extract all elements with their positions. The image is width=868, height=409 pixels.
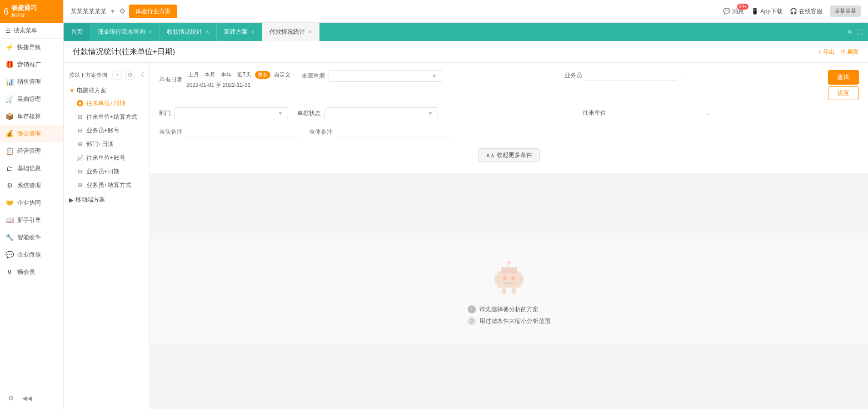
scheme-item-staff-account[interactable]: ⊞ 业务员+账号	[64, 124, 150, 137]
sidebar-item-vip[interactable]: V 畅会员	[0, 263, 63, 281]
scheme-item-unit-account[interactable]: 📈 往来单位+账号	[64, 151, 150, 165]
scheme-staff-account-icon: ⊞	[76, 127, 84, 134]
sidebar-item-purchase[interactable]: 🛒 采购管理	[0, 91, 63, 108]
filter-staff-dots[interactable]: ...	[681, 72, 686, 79]
sidebar-item-guide[interactable]: 📖 新手引导	[0, 212, 63, 229]
sidebar-item-system[interactable]: ⚙ 系统管理	[0, 177, 63, 194]
date-custom-btn[interactable]: 自定义	[272, 70, 292, 80]
finance-icon: 💰	[5, 130, 14, 138]
topbar-gear-btn[interactable]: ⚙	[119, 7, 125, 15]
scheme-setting-btn[interactable]: ⚙	[125, 70, 135, 80]
filter-date-item: 单据日期 上月 本月 本年 近7天 更多 自定义	[159, 70, 292, 89]
desktop-group-header[interactable]: ▼ 电脑端方案	[64, 85, 150, 96]
tab-home[interactable]: 首页	[64, 23, 90, 41]
add-scheme-btn[interactable]: +	[112, 70, 122, 80]
scheme-active-icon	[76, 100, 84, 107]
window-close-btn[interactable]: ✕	[847, 28, 853, 35]
sidebar-item-quick-nav[interactable]: ⚡ 快捷导航	[0, 39, 63, 56]
operation-label: 经营管理	[17, 147, 41, 155]
tab-new-scheme-close[interactable]: ×	[251, 29, 254, 35]
tip-num-2: 2	[468, 317, 476, 325]
scheme-unit-settle-label: 往来单位+结算方式	[86, 113, 137, 121]
tab-receipt-stats[interactable]: 收款情况统计 ×	[160, 23, 217, 41]
sidebar-item-basic-info[interactable]: 🗂 基础信息	[0, 160, 63, 177]
topbar-right: 💬 消息 99+ 📱 App下载 🎧 在线客服 某某某某	[723, 5, 861, 17]
window-maximize-btn[interactable]: ⛶	[856, 28, 863, 35]
date-last-month[interactable]: 上月	[186, 70, 201, 80]
sidebar-item-wechat[interactable]: 💬 企业微信	[0, 246, 63, 263]
date-this-year[interactable]: 本年	[219, 70, 234, 80]
sidebar-item-operation[interactable]: 📋 经营管理	[0, 142, 63, 160]
scheme-item-unit-settle[interactable]: ⊞ 往来单位+结算方式	[64, 110, 150, 124]
tab-cash-flow-close[interactable]: ×	[149, 29, 152, 35]
scheme-unit-account-label: 往来单位+账号	[86, 154, 125, 162]
svg-rect-8	[520, 276, 523, 284]
filter-source-select[interactable]: ▼	[329, 70, 442, 82]
settings-gear-btn[interactable]: ⚙	[5, 392, 17, 404]
sidebar-item-inventory[interactable]: 📦 库存核算	[0, 108, 63, 125]
date-last-7days[interactable]: 近7天	[235, 70, 253, 80]
date-range-display[interactable]: 2022-01-01 至 2022-12-31	[186, 81, 292, 89]
sidebar-item-finance[interactable]: 💰 资金管理	[0, 125, 63, 142]
scheme-item-unit-date[interactable]: 往来单位+日期	[64, 96, 150, 110]
filter-status-select[interactable]: ▼	[324, 107, 438, 119]
collapse-sidebar-btn[interactable]: ◀◀	[21, 392, 34, 404]
query-buttons: 查询 设置	[828, 70, 859, 100]
tab-payment-stats[interactable]: 付款情况统计 ×	[262, 23, 319, 41]
company-dropdown-btn[interactable]: ▼	[110, 8, 115, 15]
guide-icon: 📖	[5, 216, 14, 224]
hardware-icon: 🔧	[5, 233, 14, 242]
try-industry-btn[interactable]: 体验行业方案	[129, 5, 177, 18]
tab-new-scheme[interactable]: 新建方案 ×	[217, 23, 262, 41]
scheme-item-staff-date[interactable]: ⊞ 业务员+日期	[64, 165, 150, 178]
scheme-item-dept-date[interactable]: ⊞ 部门+日期	[64, 137, 150, 151]
filter-staff-input[interactable]	[586, 70, 677, 81]
sidebar-item-enterprise[interactable]: 🤝 企业协同	[0, 194, 63, 212]
query-btn[interactable]: 查询	[828, 70, 859, 85]
collapse-scheme-btn[interactable]: 《	[138, 71, 144, 79]
tab-cash-flow[interactable]: 现金银行流水查询 ×	[90, 23, 160, 41]
filter-dept-label: 部门	[159, 109, 171, 117]
scheme-group-mobile: ▶ 移动端方案	[64, 194, 150, 206]
sidebar-item-marketing[interactable]: 🎁 营销推广	[0, 56, 63, 73]
online-service-btn[interactable]: 🎧 在线客服	[790, 7, 823, 15]
logo-sub: 标准版	[11, 12, 37, 19]
tab-receipt-stats-close[interactable]: ×	[206, 29, 209, 35]
filter-source-label: 来源单据	[301, 72, 325, 80]
inventory-label: 库存核算	[17, 112, 41, 121]
filter-unit-input[interactable]	[610, 107, 701, 118]
page-title: 付款情况统计(往来单位+日期)	[73, 46, 175, 57]
filter-header-note-input[interactable]	[186, 126, 300, 137]
desktop-group-label: 电脑端方案	[77, 86, 106, 95]
user-avatar[interactable]: 某某某某	[830, 5, 861, 17]
tab-payment-stats-close[interactable]: ×	[309, 29, 312, 35]
app-download-btn[interactable]: 📱 App下载	[751, 7, 783, 15]
filter-body-note-input[interactable]	[336, 126, 450, 137]
date-more-btn[interactable]: 更多	[255, 71, 270, 79]
sales-icon: 📊	[5, 78, 14, 86]
filter-dept-select[interactable]: ▼	[175, 107, 288, 119]
vip-icon: V	[5, 268, 14, 276]
date-this-month[interactable]: 本月	[203, 70, 217, 80]
sidebar-item-hardware[interactable]: 🔧 智能硬件	[0, 229, 63, 246]
svg-rect-6	[504, 283, 514, 284]
scheme-unit-account-icon: 📈	[76, 154, 84, 162]
filter-header-note-item: 表头备注	[159, 126, 300, 137]
filter-unit-dots[interactable]: ...	[705, 110, 710, 116]
svg-rect-7	[495, 276, 498, 284]
sidebar-item-sales[interactable]: 📊 销售管理	[0, 73, 63, 91]
mobile-group-header[interactable]: ▶ 移动端方案	[64, 194, 150, 206]
message-btn[interactable]: 💬 消息 99+	[723, 7, 744, 15]
empty-state-image	[489, 257, 529, 298]
filter-row-2: 部门 ▼ 单据状态 ▼	[159, 107, 859, 119]
scheme-item-staff-settle[interactable]: ⊞ 业务员+结算方式	[64, 178, 150, 192]
topbar-left: 某某某某某某 ▼ ⚙ 体验行业方案	[71, 5, 718, 18]
sidebar-item-search-menu[interactable]: ☰ 搜索菜单	[0, 23, 63, 39]
tab-home-label: 首页	[71, 28, 83, 36]
app-icon: 📱	[751, 8, 758, 15]
desktop-group-arrow: ▼	[69, 87, 75, 94]
collapse-more-btn[interactable]: ∧∧ 收起更多条件	[478, 148, 540, 162]
refresh-btn[interactable]: ↺ 刷新	[840, 48, 859, 56]
export-btn[interactable]: ↑ 导出	[818, 48, 835, 56]
filter-setting-btn[interactable]: 设置	[828, 86, 859, 100]
